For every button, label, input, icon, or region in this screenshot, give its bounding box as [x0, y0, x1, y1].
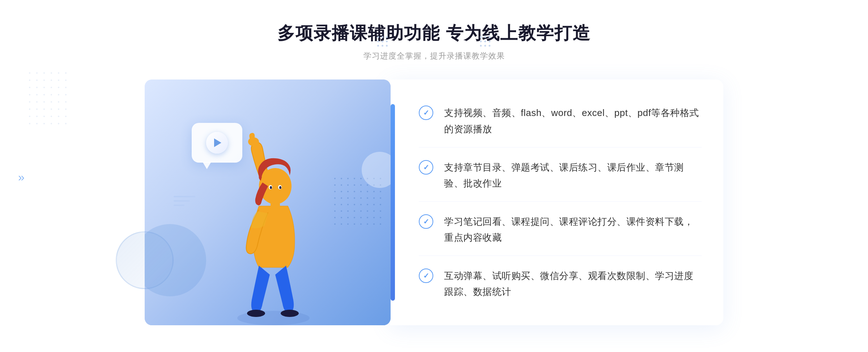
features-panel: 支持视频、音频、flash、word、excel、ppt、pdf等各种格式的资源…: [390, 80, 723, 325]
content-area: 支持视频、音频、flash、word、excel、ppt、pdf等各种格式的资源…: [145, 80, 723, 325]
svg-point-2: [247, 310, 265, 317]
deco-dots-top-right: [377, 36, 388, 47]
left-illustration: [145, 80, 391, 325]
feature-item-4: 互动弹幕、试听购买、微信分享、观看次数限制、学习进度跟踪、数据统计: [419, 258, 702, 310]
feature-item-1: 支持视频、音频、flash、word、excel、ppt、pdf等各种格式的资源…: [419, 95, 702, 147]
semi-circle-decoration: [116, 231, 174, 289]
far-left-arrows-icon: »: [18, 171, 25, 184]
blue-accent-bar: [391, 104, 395, 301]
hlines-decoration: [174, 196, 195, 209]
check-icon-1: [419, 106, 433, 120]
check-circle-2: [419, 160, 433, 175]
deco-dots-top-left: [480, 36, 491, 47]
illustration-inner: [145, 80, 391, 325]
check-icon-3: [419, 214, 433, 229]
feature-item-2: 支持章节目录、弹题考试、课后练习、课后作业、章节测验、批改作业: [419, 149, 702, 202]
bg-dots-left: [29, 72, 69, 126]
header-section: 多项录播课辅助功能 专为线上教学打造 学习进度全掌握，提升录播课教学效果: [277, 22, 590, 61]
svg-point-1: [248, 137, 259, 146]
check-circle-1: [419, 106, 433, 120]
feature-text-2: 支持章节目录、弹题考试、课后练习、课后作业、章节测验、批改作业: [444, 159, 702, 191]
check-icon-2: [419, 160, 433, 175]
feature-text-3: 学习笔记回看、课程提问、课程评论打分、课件资料下载，重点内容收藏: [444, 214, 702, 245]
svg-rect-9: [271, 202, 280, 210]
feature-text-1: 支持视频、音频、flash、word、excel、ppt、pdf等各种格式的资源…: [444, 105, 702, 137]
check-circle-3: [419, 214, 433, 229]
feature-item-3: 学习笔记回看、课程提问、课程评论打分、课件资料下载，重点内容收藏: [419, 203, 702, 256]
person-figure: [216, 123, 346, 325]
check-circle-4: [419, 269, 433, 283]
sub-title: 学习进度全掌握，提升录播课教学效果: [277, 51, 590, 61]
check-icon-4: [419, 269, 433, 283]
svg-point-3: [281, 310, 299, 317]
svg-point-7: [270, 186, 272, 189]
svg-point-8: [279, 186, 281, 189]
page-container: » 多项录播课辅助功能 专为线上教学打造 学习进度全掌握，提升录播课教学效果: [0, 0, 868, 352]
feature-text-4: 互动弹幕、试听购买、微信分享、观看次数限制、学习进度跟踪、数据统计: [444, 268, 702, 300]
main-title: 多项录播课辅助功能 专为线上教学打造: [277, 22, 590, 45]
